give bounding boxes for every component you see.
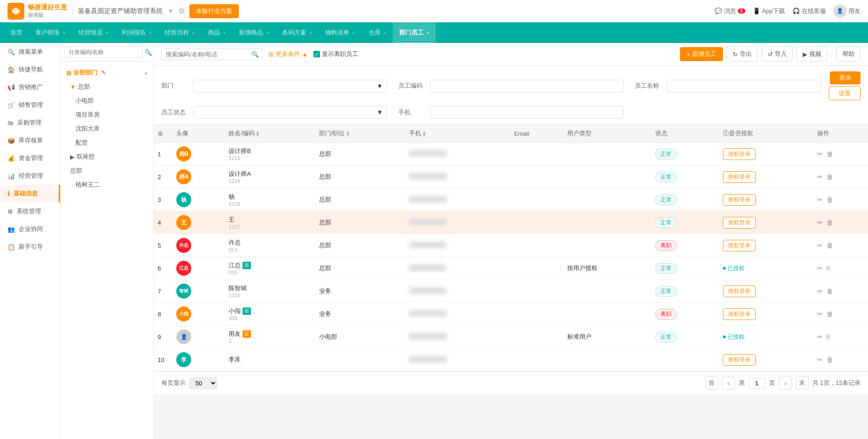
add-employee-button[interactable]: + 新增员工 xyxy=(680,47,723,61)
delete-icon[interactable]: 🗑 xyxy=(826,219,833,226)
tab-home[interactable]: 首页 xyxy=(4,22,29,43)
delete-icon[interactable]: 🗑 xyxy=(826,242,833,249)
dept-sort[interactable]: 部门/职位 ▲▼ xyxy=(319,129,350,138)
setup-button[interactable]: 设置 xyxy=(829,86,861,100)
edit-icon[interactable]: ✏ xyxy=(817,173,823,181)
authorize-button[interactable]: 授权登录 xyxy=(723,171,756,183)
sidebar-item-management[interactable]: 📊 经营管理 xyxy=(0,167,60,185)
dept-sub-peihuo[interactable]: 配货 xyxy=(61,136,153,150)
app-download-button[interactable]: 📱 App下载 xyxy=(753,7,785,15)
dept-search-input[interactable] xyxy=(64,47,143,58)
phone-input[interactable] xyxy=(430,106,624,118)
sidebar-item-basic[interactable]: ℹ 基础信息 xyxy=(0,185,60,202)
collapse-icon[interactable]: « xyxy=(145,70,148,77)
tab-warehouse[interactable]: 仓库 × xyxy=(362,22,393,43)
page-number-input[interactable] xyxy=(749,378,765,389)
tab-barcode[interactable]: 条码方案 × xyxy=(276,22,319,43)
col-settings[interactable]: ⚙ xyxy=(154,125,173,143)
delete-icon[interactable]: 🗑 xyxy=(826,310,833,318)
tab-customer[interactable]: 客户联络 × xyxy=(29,22,72,43)
per-page-select[interactable]: 50 100 200 xyxy=(189,377,217,389)
sidebar-item-sales[interactable]: 🛒 销售管理 xyxy=(0,96,60,114)
more-conditions-btn[interactable]: ⊞ 更多条件 ▲ xyxy=(269,50,308,58)
close-icon[interactable]: × xyxy=(266,30,269,35)
user-button[interactable]: 👤 用友 xyxy=(833,5,861,18)
authorize-button[interactable]: 授权登录 xyxy=(723,194,756,206)
name-sort[interactable]: 姓名/编码 ▲▼ xyxy=(229,129,260,138)
export-button[interactable]: ↻ 导出 xyxy=(727,47,758,62)
dept-sub-xiaodian[interactable]: 小电部 xyxy=(61,94,153,108)
authorize-button[interactable]: 授权登录 xyxy=(723,148,756,160)
emp-code-input[interactable] xyxy=(430,80,624,92)
tab-new-product[interactable]: 新增商品 × xyxy=(232,22,275,43)
close-icon[interactable]: × xyxy=(149,30,152,35)
tab-journey[interactable]: 经营历程 × xyxy=(158,22,201,43)
search-button[interactable]: 查询 xyxy=(830,71,861,84)
prev-page-button[interactable]: ‹ xyxy=(722,376,735,390)
video-button[interactable]: ▶ 视频 xyxy=(797,47,827,62)
authorize-button[interactable]: 授权登录 xyxy=(723,354,756,366)
dept-select[interactable]: ▼ xyxy=(193,80,387,92)
edit-icon[interactable]: ✏ xyxy=(817,219,823,226)
close-icon[interactable]: × xyxy=(352,30,355,35)
edit-icon[interactable]: ✏ xyxy=(817,333,823,341)
close-icon[interactable]: × xyxy=(62,30,65,35)
delete-icon[interactable]: 🗑 xyxy=(826,150,833,158)
dept-sub-zhishu[interactable]: 植树王二 xyxy=(61,178,153,192)
emp-name-input[interactable] xyxy=(667,80,821,92)
settings-icon[interactable]: ⚙ xyxy=(178,7,185,15)
sidebar-item-nav[interactable]: 🏠 快捷导航 xyxy=(0,61,60,78)
col-dept[interactable]: 部门/职位 ▲▼ xyxy=(315,125,405,143)
service-button[interactable]: 🎧 在线客服 xyxy=(792,7,826,15)
edit-icon[interactable]: ✏ xyxy=(817,242,823,249)
close-icon[interactable]: × xyxy=(383,30,386,35)
col-phone[interactable]: 手机 ▲▼ xyxy=(405,125,510,143)
dept-item-zongbu[interactable]: ▼ 总部 xyxy=(61,80,153,94)
close-icon[interactable]: × xyxy=(223,30,226,35)
close-icon[interactable]: × xyxy=(192,30,194,35)
sidebar-item-collab[interactable]: 👥 企业协同 xyxy=(0,220,60,238)
sidebar-item-finance[interactable]: 💰 资金管理 xyxy=(0,149,60,167)
copy-icon[interactable]: ⎘ xyxy=(826,265,830,272)
dept-sub-project[interactable]: 项目库房 xyxy=(61,108,153,122)
next-page-button[interactable]: › xyxy=(779,376,792,390)
emp-status-select[interactable]: ▼ xyxy=(193,106,387,118)
edit-icon[interactable]: ✏ xyxy=(817,150,823,158)
sidebar-item-purchase[interactable]: 🛍 采购管理 xyxy=(0,114,60,132)
employee-search-input[interactable] xyxy=(166,51,250,58)
delete-icon[interactable]: 🗑 xyxy=(826,356,833,363)
dept-search-icon[interactable]: 🔍 xyxy=(145,49,152,56)
col-name[interactable]: 姓名/编码 ▲▼ xyxy=(225,125,315,143)
delete-icon[interactable]: 🗑 xyxy=(826,287,833,295)
close-icon[interactable]: × xyxy=(105,30,108,35)
sidebar-item-marketing[interactable]: 📢 营销推广 xyxy=(0,78,60,96)
authorize-button[interactable]: 授权登录 xyxy=(723,217,756,229)
trial-button[interactable]: 体验行业方案 xyxy=(189,4,239,18)
sidebar-item-inventory[interactable]: 📦 库存核算 xyxy=(0,132,60,149)
sidebar-item-guide[interactable]: 📋 新手引导 xyxy=(0,238,60,256)
dept-item-shuangzuo[interactable]: ▶ 双座想 xyxy=(61,150,153,164)
last-page-button[interactable]: 末 xyxy=(796,376,809,390)
edit-icon[interactable]: ✏ xyxy=(817,287,823,295)
edit-icon[interactable]: ✏ xyxy=(817,310,823,318)
close-icon[interactable]: × xyxy=(309,30,312,35)
show-resigned-checkbox[interactable]: ✓ 显示离职员工 xyxy=(313,50,358,58)
tab-bom[interactable]: 物料清单 × xyxy=(319,22,361,43)
settings-col-icon[interactable]: ⚙ xyxy=(158,130,163,137)
tab-business[interactable]: 经营情况 × xyxy=(72,22,115,43)
delete-icon[interactable]: 🗑 xyxy=(826,173,833,181)
copy-icon[interactable]: ⎘ xyxy=(826,333,830,341)
tab-profit[interactable]: 利润报告 × xyxy=(115,22,158,43)
import-button[interactable]: ↺ 导入 xyxy=(762,47,793,62)
dept-item-zongbu2[interactable]: 总部 xyxy=(61,164,153,178)
edit-icon[interactable]: ✏ xyxy=(817,356,823,363)
tab-employees[interactable]: 部门员工 × xyxy=(393,22,436,43)
phone-sort[interactable]: 手机 ▲▼ xyxy=(409,129,426,138)
authorize-button[interactable]: 授权登录 xyxy=(723,286,756,297)
sidebar-item-search[interactable]: 🔍 搜索菜单 xyxy=(0,43,60,61)
search-btn-icon[interactable]: 🔍 xyxy=(251,51,259,58)
edit-icon[interactable]: ✎ xyxy=(101,70,106,76)
help-button[interactable]: 帮助 xyxy=(836,47,861,62)
edit-icon[interactable]: ✏ xyxy=(817,265,823,272)
sidebar-item-system[interactable]: ⚙ 系统管理 xyxy=(0,202,60,220)
